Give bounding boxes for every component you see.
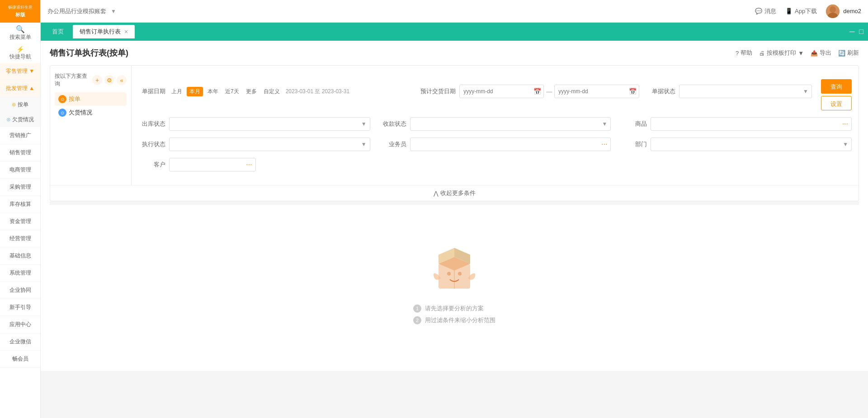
svg-point-1 xyxy=(830,6,836,13)
date-tab-this-month[interactable]: 本月 xyxy=(187,87,203,96)
filter-item-receipt: 收款状态 ▼ xyxy=(379,117,611,131)
sidebar-item-cooperation[interactable]: 企业协同 xyxy=(0,282,40,299)
main-area: 办公用品行业模拟账套 ▼ 💬 消息 📱 App下载 de xyxy=(41,0,868,418)
filter-left-icons: + ⚙ « xyxy=(92,75,127,85)
app-icon: 📱 xyxy=(785,8,793,14)
date-tab-more[interactable]: 更多 xyxy=(244,87,259,96)
tabbar-controls: ─ □ xyxy=(849,28,863,36)
sidebar-item-ecom[interactable]: 电商管理 xyxy=(0,162,40,179)
tip-num-2: 2 xyxy=(413,316,421,324)
date-tabs: 上月 本月 本年 近7天 更多 自定义 xyxy=(169,87,282,96)
empty-tips: 1 请先选择要分析的方案 2 用过滤条件来缩小分析范围 xyxy=(413,304,495,328)
doc-status-select[interactable] xyxy=(679,85,812,98)
expected-date-start[interactable] xyxy=(459,85,544,98)
topbar-message[interactable]: 💬 消息 xyxy=(755,7,776,15)
goods-label: 商品 xyxy=(620,120,647,128)
goods-input[interactable] xyxy=(651,117,852,131)
date-tab-last-month[interactable]: 上月 xyxy=(169,87,184,96)
page-header-actions: ? 帮助 🖨 按模板打印 ▼ 📤 导出 🔄 刷新 xyxy=(736,49,859,57)
expected-date-end[interactable] xyxy=(554,85,639,98)
tabbar-minimize-icon[interactable]: ─ xyxy=(849,28,854,36)
topbar-dropdown-icon[interactable]: ▼ xyxy=(111,8,116,14)
sidebar-item-system[interactable]: 系统管理 xyxy=(0,265,40,282)
salesperson-input[interactable] xyxy=(410,138,611,151)
empty-tip-1: 1 请先选择要分析的方案 xyxy=(413,304,495,313)
sidebar-item-sales[interactable]: 销售管理 xyxy=(0,144,40,162)
sidebar-item-purchase[interactable]: 采购管理 xyxy=(0,179,40,196)
filter-item-expected-date: 预计交货日期 📅 — 📅 xyxy=(420,85,639,98)
tab-sales-exec[interactable]: 销售订单执行表 × xyxy=(73,25,135,38)
date-range-text: 2023-03-01 至 2023-03-31 xyxy=(286,88,349,95)
date-tab-this-year[interactable]: 本年 xyxy=(205,87,221,96)
sidebar-sub-item-by-order[interactable]: ⊙ 按单 xyxy=(0,97,40,112)
sidebar-item-retail[interactable]: 零售管理 ▼ xyxy=(0,63,40,80)
filter-item-goods: 商品 ··· xyxy=(620,117,852,131)
print-button[interactable]: 🖨 按模板打印 ▼ xyxy=(759,49,804,57)
calendar-end-icon: 📅 xyxy=(629,88,637,95)
add-scheme-icon[interactable]: + xyxy=(92,75,102,85)
shipment-status-select[interactable] xyxy=(169,117,370,131)
help-icon: ? xyxy=(736,50,739,57)
sidebar-item-member[interactable]: 畅会员 xyxy=(0,351,40,368)
date-label: 单据日期 xyxy=(138,87,165,95)
settings-button[interactable]: 设置 xyxy=(821,96,852,110)
topbar-user[interactable]: demo2 xyxy=(826,5,861,18)
dept-control: ▼ xyxy=(651,138,852,151)
svg-point-9 xyxy=(458,272,462,276)
filter-item-doc-status: 单据状态 ▼ xyxy=(648,85,812,98)
sidebar-item-wholesale[interactable]: 批发管理 ▲ xyxy=(0,80,40,97)
sidebar-item-operation[interactable]: 经营管理 xyxy=(0,230,40,247)
expected-date-range: 📅 — 📅 xyxy=(459,85,639,98)
goods-dots-icon[interactable]: ··· xyxy=(842,120,848,128)
sidebar-item-newbie[interactable]: 新手引导 xyxy=(0,299,40,316)
sidebar-item-apps[interactable]: 应用中心 xyxy=(0,316,40,333)
filter-left: 按以下方案查询 + ⚙ « ⊙ 按单 ⊙ xyxy=(50,66,132,185)
settings-scheme-icon[interactable]: ⚙ xyxy=(104,75,114,85)
tabbar-maximize-icon[interactable]: □ xyxy=(859,28,863,36)
date-tab-7days[interactable]: 近7天 xyxy=(223,87,241,96)
sidebar-quick-nav[interactable]: ⚡ 快捷导航 xyxy=(0,43,40,63)
sidebar-item-wechat[interactable]: 企业微信 xyxy=(0,333,40,351)
sidebar-item-marketing[interactable]: 营销推广 xyxy=(0,127,40,144)
refresh-button[interactable]: 🔄 刷新 xyxy=(838,49,859,57)
query-button[interactable]: 查询 xyxy=(821,79,852,94)
collapse-sidebar-icon[interactable]: « xyxy=(117,75,127,85)
scheme-icon-orange: ⊙ xyxy=(58,95,66,103)
salesperson-dots-icon[interactable]: ··· xyxy=(601,140,607,148)
refresh-label: 刷新 xyxy=(847,49,859,57)
section-divider xyxy=(50,201,859,205)
salesperson-label: 业务员 xyxy=(379,140,406,148)
export-button[interactable]: 📤 导出 xyxy=(811,49,831,57)
sidebar-sub-item-shortage[interactable]: ⊙ 欠货情况 xyxy=(0,112,40,127)
expected-date-start-wrap: 📅 xyxy=(459,85,544,98)
customer-dots-icon[interactable]: ··· xyxy=(246,161,252,169)
sidebar-logo: 畅捷通好生意 标版 xyxy=(0,0,40,23)
print-icon: 🖨 xyxy=(759,50,765,57)
sidebar-item-basic[interactable]: 基础信息 xyxy=(0,247,40,265)
receipt-status-select[interactable] xyxy=(410,117,611,131)
help-button[interactable]: ? 帮助 xyxy=(736,49,752,57)
page-title: 销售订单执行表(按单) xyxy=(50,48,128,58)
filter-item-shipment: 出库状态 ▼ xyxy=(138,117,370,131)
filter-right: 单据日期 上月 本月 本年 近7天 更多 自定义 xyxy=(132,66,859,185)
page-content: 销售订单执行表(按单) ? 帮助 🖨 按模板打印 ▼ 📤 导出 xyxy=(41,41,868,418)
scheme-item-shortage[interactable]: ⊙ 欠货情况 xyxy=(55,106,127,119)
logo-line2: 标版 xyxy=(8,11,33,18)
export-icon: 📤 xyxy=(811,50,818,57)
customer-input[interactable] xyxy=(169,158,256,171)
scheme-item-by-order[interactable]: ⊙ 按单 xyxy=(55,92,127,106)
logo-line1: 畅捷通好生意 xyxy=(8,5,33,10)
calendar-start-icon: 📅 xyxy=(533,88,541,95)
collapse-link[interactable]: ⋀ 收起更多条件 xyxy=(54,189,855,197)
topbar-app-download[interactable]: 📱 App下载 xyxy=(785,7,817,15)
date-tab-custom[interactable]: 自定义 xyxy=(261,87,282,96)
sidebar-item-finance[interactable]: 资金管理 xyxy=(0,213,40,230)
sidebar-item-inventory[interactable]: 库存核算 xyxy=(0,196,40,213)
customer-label: 客户 xyxy=(138,161,165,169)
filter-row-4: 客户 ··· xyxy=(138,158,852,171)
sidebar-search-menu[interactable]: 🔍 搜索菜单 xyxy=(0,23,40,43)
exec-status-select[interactable] xyxy=(169,138,370,151)
tab-close-icon[interactable]: × xyxy=(124,28,128,35)
tab-home[interactable]: 首页 xyxy=(45,25,71,38)
dept-select[interactable] xyxy=(651,138,852,151)
